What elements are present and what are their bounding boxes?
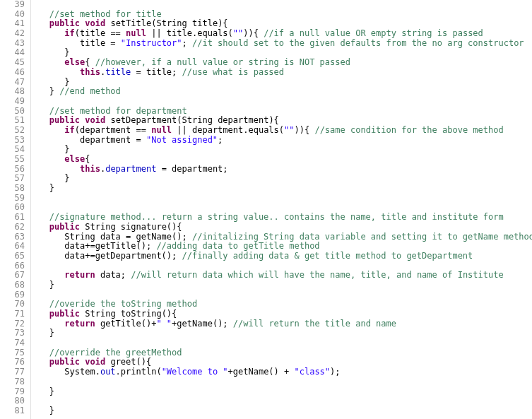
code-line[interactable]: } bbox=[34, 145, 532, 155]
code-line[interactable]: if(title == null || title.equals("")){ /… bbox=[34, 29, 532, 39]
line-number: 75 bbox=[0, 348, 25, 358]
token-str: "Instructor" bbox=[121, 38, 182, 48]
code-line[interactable] bbox=[34, 203, 532, 213]
token-plain: department = bbox=[34, 135, 146, 145]
code-line[interactable] bbox=[34, 396, 532, 406]
token-plain: } bbox=[34, 386, 54, 396]
token-plain: } bbox=[34, 144, 70, 154]
token-plain: } bbox=[34, 406, 54, 415]
token-plain bbox=[34, 222, 49, 232]
code-line[interactable]: } bbox=[34, 329, 532, 338]
code-line[interactable]: System.out.println("Welcome to "+getName… bbox=[34, 367, 532, 377]
code-line[interactable]: } bbox=[34, 387, 532, 397]
token-plain: .println( bbox=[116, 367, 162, 377]
code-line[interactable]: } bbox=[34, 174, 532, 184]
line-number: 59 bbox=[0, 194, 25, 203]
token-plain: = title; bbox=[131, 67, 182, 77]
code-line[interactable]: //override the greetMethod bbox=[34, 348, 532, 358]
line-number: 72 bbox=[0, 319, 25, 329]
code-line[interactable] bbox=[34, 97, 532, 107]
code-line[interactable]: data+=getTitle(); //adding data to getTi… bbox=[34, 242, 532, 252]
code-line[interactable] bbox=[34, 194, 532, 203]
code-line[interactable]: this.department = department; bbox=[34, 165, 532, 175]
token-plain: (department == bbox=[75, 125, 151, 135]
token-plain: { bbox=[85, 57, 95, 67]
token-plain: = department; bbox=[156, 164, 227, 174]
token-str: "Welcome to " bbox=[162, 367, 228, 377]
code-line[interactable]: } bbox=[34, 78, 532, 88]
code-line[interactable]: department = "Not assigned"; bbox=[34, 136, 532, 146]
code-line[interactable]: data+=getDepartment(); //finally adding … bbox=[34, 252, 532, 261]
token-cm: //set method for department bbox=[49, 106, 187, 116]
token-str: "class" bbox=[294, 367, 330, 377]
line-number: 45 bbox=[0, 58, 25, 68]
code-editor-content[interactable]: //set method for title public void setTi… bbox=[31, 0, 532, 419]
line-number: 64 bbox=[0, 242, 25, 252]
line-number: 81 bbox=[0, 406, 25, 416]
line-number: 77 bbox=[0, 367, 25, 377]
code-line[interactable]: } bbox=[34, 48, 532, 58]
code-line[interactable]: //signature method... return a string va… bbox=[34, 213, 532, 223]
line-number: 78 bbox=[0, 377, 25, 387]
token-cm: //override the greetMethod bbox=[49, 348, 182, 358]
token-plain: || title.equals( bbox=[146, 28, 233, 38]
code-line[interactable]: } bbox=[34, 406, 532, 416]
token-plain: String toString(){ bbox=[80, 309, 177, 319]
token-plain: } bbox=[34, 86, 59, 96]
code-line[interactable] bbox=[34, 377, 532, 387]
code-line[interactable]: public void setTitle(String title){ bbox=[34, 19, 532, 29]
token-cm: //use what is passed bbox=[182, 67, 285, 77]
code-line[interactable]: if(department == null || department.equa… bbox=[34, 126, 532, 136]
code-line[interactable] bbox=[34, 338, 532, 348]
line-number: 42 bbox=[0, 29, 25, 39]
token-plain: } bbox=[34, 328, 54, 338]
token-kw: if bbox=[64, 125, 74, 135]
line-number: 69 bbox=[0, 290, 25, 300]
code-line[interactable]: public void setDepartment(String departm… bbox=[34, 116, 532, 126]
line-number: 66 bbox=[0, 261, 25, 271]
token-kw: public bbox=[49, 309, 80, 319]
token-cm: //overide the toString method bbox=[49, 299, 198, 309]
token-plain: || department.equals( bbox=[172, 125, 284, 135]
token-kw: else bbox=[64, 57, 85, 67]
token-plain: data+=getDepartment(); bbox=[34, 251, 182, 261]
code-line[interactable]: title = "Instructor"; //it should set to… bbox=[34, 39, 532, 49]
token-cm: //adding data to getTitle method bbox=[156, 241, 319, 251]
code-line[interactable]: //set method for department bbox=[34, 107, 532, 117]
token-kw: null bbox=[126, 28, 146, 38]
code-line[interactable]: public String signature(){ bbox=[34, 223, 532, 232]
line-number: 52 bbox=[0, 126, 25, 136]
line-number: 60 bbox=[0, 203, 25, 213]
code-line[interactable] bbox=[34, 0, 532, 10]
code-line[interactable]: return getTitle()+" "+getName(); //will … bbox=[34, 319, 532, 329]
token-plain: (title == bbox=[75, 28, 126, 38]
code-line[interactable]: //overide the toString method bbox=[34, 300, 532, 309]
token-fld: title bbox=[105, 67, 131, 77]
code-line[interactable]: String data = getName(); //initalizing S… bbox=[34, 232, 532, 242]
line-number: 80 bbox=[0, 396, 25, 406]
code-line[interactable]: } //end method bbox=[34, 87, 532, 97]
code-line[interactable] bbox=[34, 261, 532, 271]
line-number: 68 bbox=[0, 281, 25, 290]
token-kw: this bbox=[80, 67, 100, 77]
token-kw: public bbox=[49, 357, 80, 367]
code-line[interactable]: public void greet(){ bbox=[34, 358, 532, 367]
token-plain bbox=[34, 57, 64, 67]
code-line[interactable]: this.title = title; //use what is passed bbox=[34, 68, 532, 78]
code-line[interactable]: public String toString(){ bbox=[34, 309, 532, 319]
code-line[interactable]: } bbox=[34, 281, 532, 290]
code-line[interactable]: //set method for title bbox=[34, 10, 532, 20]
code-line[interactable]: } bbox=[34, 184, 532, 194]
line-number: 55 bbox=[0, 155, 25, 165]
line-number: 47 bbox=[0, 78, 25, 88]
code-line[interactable]: return data; //will return data which wi… bbox=[34, 271, 532, 281]
code-line[interactable]: else{ //however, if a null value or stri… bbox=[34, 58, 532, 68]
token-kw: return bbox=[64, 270, 95, 280]
code-line[interactable]: else{ bbox=[34, 155, 532, 165]
code-line[interactable] bbox=[34, 290, 532, 300]
token-cm: //if a null value OR empty string is pas… bbox=[264, 28, 483, 38]
token-plain bbox=[34, 154, 64, 164]
token-kw: this bbox=[80, 164, 100, 174]
token-plain bbox=[34, 270, 64, 280]
token-plain: System. bbox=[34, 367, 100, 377]
